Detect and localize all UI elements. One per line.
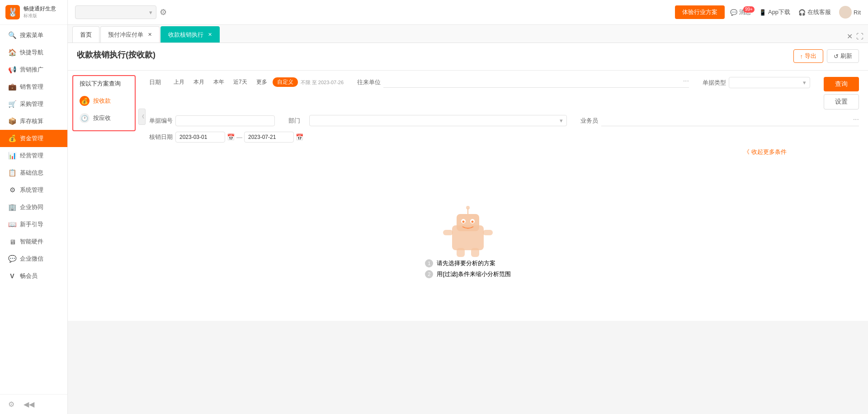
app-download-button[interactable]: 📱 App下载 (759, 8, 790, 16)
user-profile-button[interactable]: Rit (839, 6, 861, 19)
sales-icon: 💼 (8, 83, 16, 91)
sidebar-item-finance[interactable]: 💰 资金管理 (0, 130, 67, 147)
voucher-type-chevron: ▾ (803, 79, 806, 86)
industry-solution-button[interactable]: 体验行业方案 (675, 5, 725, 19)
app-logo-icon: 🐰 (5, 5, 20, 19)
verify-date-range: 📅 — 📅 (175, 132, 303, 143)
refresh-button[interactable]: ↺ 刷新 (827, 49, 859, 63)
topbar-right-area: 💬 消息 99+ 📱 App下载 🎧 在线客服 Rit (730, 6, 861, 19)
tab-home-label: 首页 (80, 31, 92, 39)
verify-date-start-calendar-icon[interactable]: 📅 (227, 133, 235, 141)
sidebar-item-enterprise[interactable]: 🏢 企业协同 (0, 199, 67, 216)
this-month-button[interactable]: 本月 (190, 77, 208, 87)
maximize-tab-button[interactable]: ⛶ (856, 33, 863, 41)
filter-sidebar-title: 按以下方案查询 (73, 80, 135, 92)
message-button[interactable]: 💬 消息 99+ (730, 8, 751, 16)
verify-date-end-calendar-icon[interactable]: 📅 (296, 133, 303, 141)
sidebar-item-label-purchase: 采购管理 (20, 100, 43, 108)
verify-date-separator: — (236, 134, 242, 141)
filter-option-by-receipt[interactable]: 💰 按收款 (73, 92, 135, 109)
sidebar-item-search[interactable]: 🔍 搜索菜单 (0, 27, 67, 44)
more-date-button[interactable]: 更多 (253, 77, 271, 87)
wechat-icon: 💬 (8, 255, 16, 263)
tab-prepay[interactable]: 预付冲应付单 ✕ (100, 26, 160, 43)
last-month-button[interactable]: 上月 (170, 77, 188, 87)
sidebar-item-wechat[interactable]: 💬 企业微信 (0, 250, 67, 267)
voucher-type-label: 单据类型 (703, 79, 726, 87)
verify-date-start-input[interactable] (175, 132, 225, 143)
close-tab-button[interactable]: ✕ (847, 32, 853, 41)
this-year-button[interactable]: 本年 (210, 77, 228, 87)
voucher-type-filter-group: 单据类型 ▾ (703, 77, 810, 88)
voucher-no-input[interactable] (175, 115, 275, 126)
filter-area: 按以下方案查询 💰 按收款 🕐 按应收 《 (68, 71, 868, 162)
filter-option-by-receivable[interactable]: 🕐 按应收 (73, 109, 135, 127)
last-7-days-button[interactable]: 近7天 (230, 77, 251, 87)
refresh-label: 刷新 (840, 52, 852, 60)
guide-icon: 📖 (8, 220, 16, 228)
setting-button[interactable]: 设置 (824, 94, 859, 109)
voucher-type-select[interactable]: ▾ (729, 77, 810, 88)
quick-nav-icon: 🏠 (8, 48, 16, 57)
sidebar-item-hardware[interactable]: 🖥 智能硬件 (0, 233, 67, 250)
staff-label: 业务员 (580, 117, 599, 125)
voucher-no-label: 单据编号 (149, 117, 173, 125)
collapse-filter-sidebar-button[interactable]: 《 (138, 109, 146, 125)
counterpart-more-button[interactable]: ··· (683, 77, 689, 85)
topbar-dropdown-icon[interactable]: ▾ (149, 9, 152, 16)
tab-home[interactable]: 首页 (72, 26, 99, 43)
staff-filter-group: 业务员 ··· (580, 115, 859, 126)
tab-receipt-verify-close[interactable]: ✕ (208, 32, 212, 38)
topbar-settings-icon[interactable]: ⚙ (160, 7, 167, 17)
sidebar-item-marketing[interactable]: 📢 营销推广 (0, 61, 67, 78)
app-name: 畅捷通好生意 (24, 5, 56, 13)
export-label: 导出 (805, 52, 816, 60)
counterpart-filter-group: 往来单位 ··· (357, 77, 689, 88)
enterprise-icon: 🏢 (8, 203, 16, 211)
sidebar-item-member[interactable]: V 畅会员 (0, 267, 67, 285)
sidebar-item-purchase[interactable]: 🛒 采购管理 (0, 95, 67, 113)
collapse-sidebar-icon[interactable]: ◀◀ (24, 400, 34, 409)
date-label: 日期 (149, 78, 167, 86)
custom-date-button[interactable]: 自定义 (273, 77, 298, 87)
sidebar-item-inventory[interactable]: 📦 库存核算 (0, 113, 67, 130)
basic-info-icon: 📋 (8, 169, 16, 177)
tab-prepay-close[interactable]: ✕ (148, 32, 152, 38)
filter-option-by-receipt-label: 按收款 (93, 97, 111, 105)
sidebar-item-basic-info[interactable]: 📋 基础信息 (0, 164, 67, 181)
verify-date-end-input[interactable] (244, 132, 294, 143)
by-receipt-icon: 💰 (80, 96, 90, 106)
export-button[interactable]: ↑ 导出 (793, 49, 824, 63)
empty-tip-1-text: 请先选择要分析的方案 (437, 259, 495, 267)
marketing-icon: 📢 (8, 66, 16, 74)
dept-select[interactable]: ▾ (309, 115, 567, 126)
tab-receipt-verify[interactable]: 收款核销执行 ✕ (160, 26, 220, 43)
tip-number-2: 2 (425, 270, 433, 278)
staff-more-button[interactable]: ··· (853, 115, 859, 124)
page-header-actions: ↑ 导出 ↺ 刷新 (793, 49, 859, 63)
query-actions: 查询 设置 (824, 77, 859, 109)
topbar-search-area: ▾ ⚙ (75, 5, 670, 19)
collapse-more-button[interactable]: 《 收起更多条件 (744, 148, 787, 156)
user-avatar (839, 6, 852, 19)
sidebar-item-quick-nav[interactable]: 🏠 快捷导航 (0, 44, 67, 61)
collapse-double-up-icon: 《 (744, 148, 750, 156)
filter-sidebar: 按以下方案查询 💰 按收款 🕐 按应收 (72, 75, 136, 131)
sidebar-item-system[interactable]: ⚙ 系统管理 (0, 181, 67, 199)
sidebar-item-guide[interactable]: 📖 新手引导 (0, 216, 67, 233)
verify-date-filter-group: 核销日期 📅 — 📅 (149, 132, 303, 143)
query-button[interactable]: 查询 (824, 77, 859, 91)
empty-state-tips: 1 请先选择要分析的方案 2 用[过滤]条件来缩小分析范围 (425, 259, 510, 278)
purchase-icon: 🛒 (8, 100, 16, 108)
collapse-more-label: 收起更多条件 (751, 148, 787, 156)
sidebar-item-sales[interactable]: 💼 销售管理 (0, 78, 67, 95)
dept-filter-group: 部门 ▾ (288, 115, 567, 126)
page-title: 收款核销执行(按收款) (77, 49, 859, 60)
inventory-icon: 📦 (8, 117, 16, 125)
sidebar-item-business[interactable]: 📊 经营管理 (0, 147, 67, 164)
app-download-icon: 📱 (759, 9, 766, 16)
svg-rect-10 (457, 248, 465, 257)
online-service-button[interactable]: 🎧 在线客服 (798, 8, 831, 16)
tab-receipt-verify-label: 收款核销执行 (168, 31, 203, 39)
settings-footer-icon[interactable]: ⚙ (8, 400, 14, 409)
